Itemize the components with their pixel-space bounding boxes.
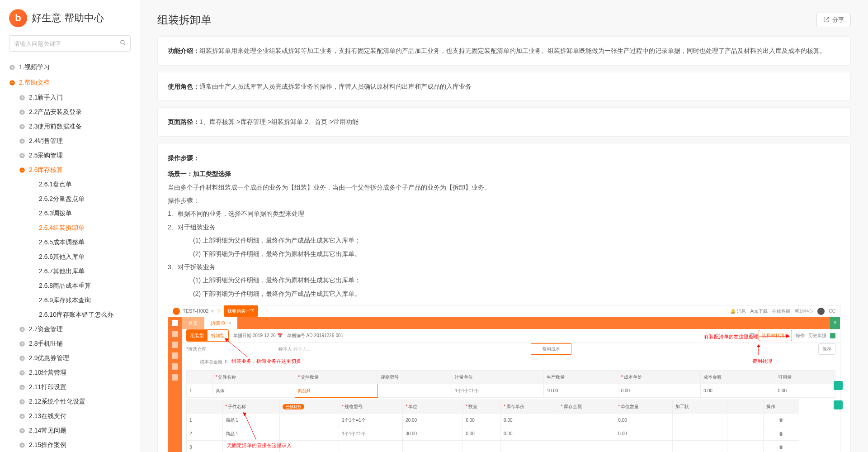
nav-leaf[interactable]: 2.6.3调拨单 — [39, 206, 131, 221]
plus-icon — [19, 109, 25, 115]
ss-avatar-icon[interactable] — [817, 308, 825, 315]
ss-table-parent: 父件名称父件数量规格型号计量单位生产数量成本单价成本金额可用量1具体商品B1个1… — [186, 370, 835, 398]
nav-label: 2.2产品安装及登录 — [29, 108, 82, 116]
nav-leaf[interactable]: 2.6.1盘点单 — [39, 177, 131, 192]
ss-fee-input[interactable]: 费用成本 — [531, 343, 571, 355]
ss-tab-home[interactable]: 首页 — [182, 317, 204, 329]
nav-item[interactable]: 2.1新手入门 — [19, 90, 131, 105]
nav-label: 2.15操作案例 — [29, 441, 66, 449]
ss-logo-icon — [173, 308, 180, 315]
nav-root: 1.视频学习 2.帮助文档 — [9, 60, 131, 90]
ss-row2: *所选仓库 经手人 经手人... 费用成本 保存 — [182, 343, 840, 355]
nav-item[interactable]: 2.13在线支付 — [19, 409, 131, 423]
ss-online-link[interactable]: 在线客服 — [772, 306, 790, 316]
nav-item[interactable]: 2.4销售管理 — [19, 134, 131, 148]
ss-quote-button[interactable]: 选择材料清单 — [759, 330, 792, 341]
ss-opt-disassemble[interactable]: 拆卸型 — [208, 330, 228, 341]
ss-menu-icon[interactable] — [172, 363, 178, 370]
ss-menu-icon[interactable] — [172, 342, 178, 348]
ss-bell-icon[interactable]: 🔔 消息 — [730, 306, 746, 316]
nav-leaf[interactable]: 2.6.5成本调整单 — [39, 235, 131, 250]
nav-label: 2.5采购管理 — [29, 152, 63, 160]
plus-icon — [19, 399, 25, 405]
nav-label: 2.帮助文档 — [19, 79, 50, 87]
nav-item[interactable]: 2.7资金管理 — [19, 322, 131, 337]
nav-item[interactable]: 2.2产品安装及登录 — [19, 105, 131, 119]
nav-leaf[interactable]: 2.6.7其他出库单 — [39, 264, 131, 279]
nav-label: 2.10经营管理 — [29, 369, 66, 377]
ss-tool-icon[interactable] — [834, 381, 843, 390]
panel-role: 使用角色：通常由生产人员或库管人员完成拆装业务的操作，库管人员确认原材料的出库和… — [157, 72, 851, 101]
nav-leaf[interactable]: 2.6.9库存账本查询 — [39, 293, 131, 308]
nav-label: 2.8手机旺铺 — [29, 340, 63, 348]
panel-intro: 功能介绍：组装拆卸单用来处理企业组装或拆卸等加工业务，支持有固定装配清单的产品加… — [157, 36, 851, 66]
nav-helpdocs[interactable]: 2.帮助文档 — [9, 75, 131, 90]
ss-org: TEST-H002 — [183, 306, 208, 316]
panel-steps: 操作步骤： 场景一：加工类型选择 当由多个子件材料组装成一个成品的业务为【组装】… — [157, 143, 851, 452]
nav-leaf[interactable]: 2.6.6其他入库单 — [39, 250, 131, 264]
app-logo: b — [9, 9, 27, 27]
plus-icon — [19, 370, 25, 376]
step-2: 2、对于组装业务 — [168, 221, 840, 234]
ss-warehouse-label: *所选仓库 — [186, 344, 206, 354]
nav-item[interactable]: 2.14常见问题 — [19, 423, 131, 438]
search-input[interactable] — [9, 35, 131, 52]
nav-leaf[interactable]: 2.6.8商品成本重算 — [39, 279, 131, 293]
share-label: 分享 — [832, 16, 844, 24]
nav-leaf[interactable]: 2.6.10库存账本错了怎么办 — [39, 308, 131, 322]
nav-item[interactable]: 2.15操作案例 — [19, 438, 131, 452]
share-button[interactable]: 分享 — [816, 13, 851, 27]
anno-fee: 费用处理 — [752, 356, 772, 366]
plus-icon — [19, 124, 25, 130]
nav-label: 2.1新手入门 — [29, 94, 63, 102]
ss-opt-assemble[interactable]: 组装型 — [187, 330, 208, 341]
ss-history-button[interactable]: 历史单据 — [808, 331, 826, 340]
nav-label: 2.12系统个性化设置 — [29, 398, 85, 406]
nav-item[interactable]: 2.10经营管理 — [19, 366, 131, 380]
nav-item[interactable]: 2.11打印设置 — [19, 380, 131, 395]
ss-table2-wrap: 子件名称已领料数规格型号单位数量库存单价库存金额单位数量加工状操作1商品 11个… — [182, 400, 840, 452]
ss-app-link[interactable]: App下载 — [750, 306, 768, 316]
embedded-screenshot: TEST-H002 ▾ ♡ 我要购买一下 🔔 消息 App下载 在线客服 帮助中… — [168, 305, 840, 452]
intro-text: 组装拆卸单用来处理企业组装或拆卸等加工业务，支持有固定装配清单的产品加工业务，也… — [199, 47, 826, 54]
nav-item[interactable]: 2.12系统个性化设置 — [19, 395, 131, 409]
nav-item[interactable]: 2.8手机旺铺 — [19, 337, 131, 351]
ss-home-icon[interactable] — [172, 320, 178, 326]
plus-icon — [19, 413, 25, 419]
close-icon[interactable]: × — [228, 318, 231, 328]
ss-help-link[interactable]: 帮助中心 — [795, 306, 813, 316]
logo-row: b 好生意 帮助中心 — [9, 9, 131, 27]
minus-icon — [9, 80, 15, 86]
step-3b: (2) 下部明细为子件明细，最终作为产成品生成其它入库单。 — [168, 287, 840, 300]
step-1: 1、根据不同的业务，选择不同单据的类型来处理 — [168, 207, 840, 220]
page-header: 组装拆卸单 分享 — [157, 13, 851, 27]
nav-item[interactable]: 2.9优惠券管理 — [19, 351, 131, 366]
plus-icon — [19, 442, 25, 448]
nav-item[interactable]: 2.6库存核算 — [19, 163, 131, 177]
nav-item[interactable]: 2.5采购管理 — [19, 148, 131, 163]
ss-tabs-close-icon[interactable]: × — [830, 317, 840, 329]
plus-icon — [19, 341, 25, 347]
ss-menu-icon[interactable] — [172, 352, 178, 359]
operation-title: 操作步骤： — [168, 194, 840, 207]
search-wrap — [9, 35, 131, 52]
nav-video[interactable]: 1.视频学习 — [9, 60, 131, 75]
nav-item[interactable]: 2.3使用前数据准备 — [19, 119, 131, 134]
nav-leaf[interactable]: 2.6.4组装拆卸单 — [39, 221, 131, 235]
ss-menu-icon[interactable] — [172, 374, 178, 381]
ss-trial-button[interactable]: 我要购买一下 — [224, 305, 258, 317]
plus-icon — [19, 326, 25, 333]
content: 组装拆卸单 分享 功能介绍：组装拆卸单用来处理企业组装或拆卸等加工业务，支持有固… — [140, 0, 868, 452]
ss-op-button[interactable]: 操作 — [796, 331, 805, 340]
ss-expand-icon[interactable] — [830, 333, 835, 338]
ss-main: 首页 拆装单× × 组装型 拆卸型 单据日期 2019-12-26 📅 单据编号… — [182, 317, 840, 452]
nav-leaf[interactable]: 2.6.2分量盘点单 — [39, 192, 131, 206]
ss-menu-icon[interactable] — [172, 331, 178, 337]
ss-tab-active[interactable]: 拆装单× — [204, 317, 237, 329]
ss-save-button[interactable]: 保存 — [818, 343, 835, 355]
step-2b: (2) 下部明细为子件明细，最终作为原材料生成其它出库单。 — [168, 247, 840, 261]
ss-tool-icon[interactable] — [834, 400, 843, 409]
panel-path: 页面路径：1、库存核算->库存管理->组装拆卸单 2、首页->常用功能 — [157, 107, 851, 137]
sidebar: b 好生意 帮助中心 1.视频学习 2.帮助文档 2.1新手入门2.2产品安装及… — [0, 0, 140, 452]
ss-type-radio[interactable]: 组装型 拆卸型 — [186, 329, 229, 342]
